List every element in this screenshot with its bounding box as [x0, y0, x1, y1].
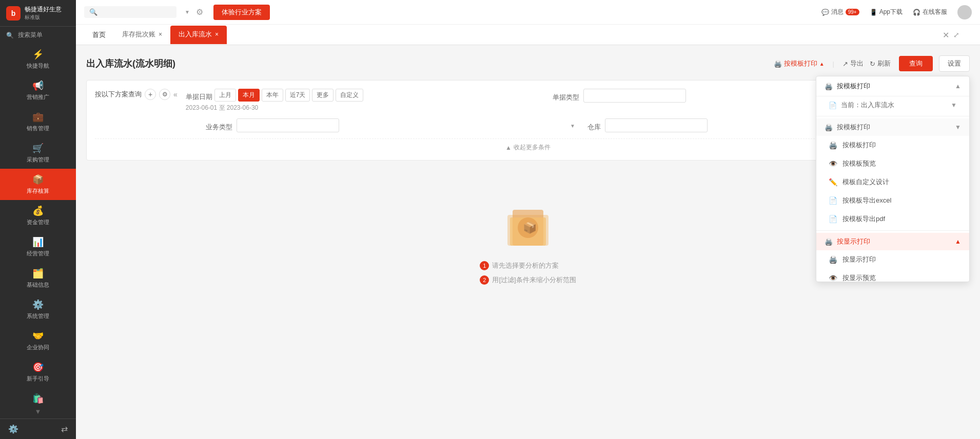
cooperation-label: 企业协同 — [27, 344, 49, 351]
print-button[interactable]: 🖨️ 按模板打印 ▲ — [774, 59, 825, 68]
setting-button[interactable]: 设置 — [939, 55, 970, 72]
sidebar-item-sales[interactable]: 💼 销售管理 — [0, 106, 76, 137]
dropdown-current-template[interactable]: 📄 当前：出入库流水 ▼ — [816, 96, 969, 114]
sidebar-item-inventory[interactable]: 📦 库存核算 — [0, 169, 76, 200]
sidebar-item-appstore[interactable]: 🛍️ 应用中心 — [0, 388, 76, 405]
operations-label: 经营管理 — [27, 250, 49, 257]
dropdown-item-template-preview[interactable]: 👁️ 按模板预览 — [816, 154, 969, 173]
sidebar-search[interactable]: 🔍 搜索菜单 — [0, 27, 76, 44]
dropdown-display-print-label: 按显示打印 — [837, 237, 870, 246]
sidebar-item-operations[interactable]: 📊 经营管理 — [0, 231, 76, 263]
topbar-right-area: 💬 消息 99+ 📱 App下载 🎧 在线客服 — [821, 5, 972, 19]
dropdown-item-template-excel[interactable]: 📄 按模板导出excel — [816, 191, 969, 210]
collapse-more-btn[interactable]: ▲ 收起更多条件 — [505, 143, 551, 152]
topbar-dropdown-chevron[interactable]: ▼ — [185, 9, 190, 15]
dropdown-header-chevron[interactable]: ▲ — [955, 83, 961, 90]
tab-home[interactable]: 首页 — [84, 26, 114, 44]
main-area: 🔍 ▼ ⚙ 体验行业方案 💬 消息 99+ 📱 App下载 🎧 在线客服 — [76, 0, 980, 439]
tab-home-label: 首页 — [92, 30, 106, 39]
sidebar-item-cooperation[interactable]: 🤝 企业协同 — [0, 325, 76, 356]
empty-step-2-label: 用[过滤]条件来缩小分析范围 — [492, 275, 576, 285]
dropdown-scroll-area: 🖨️ 按模板打印 ▲ 📄 当前：出入库流水 ▼ — [816, 76, 969, 282]
type-select[interactable] — [583, 89, 686, 103]
dropdown-current-icon: 📄 — [829, 102, 837, 109]
sidebar-item-guide[interactable]: 🎯 新手引导 — [0, 356, 76, 388]
export-button[interactable]: ↗ 导出 — [842, 59, 864, 68]
filter-setting-button[interactable]: ⚙ — [159, 89, 170, 100]
step-num-2: 2 — [480, 275, 489, 285]
dropdown-item-template-pdf[interactable]: 📄 按模板导出pdf — [816, 210, 969, 228]
quicknav-label: 快捷导航 — [27, 62, 49, 70]
print-chevron-up-icon: ▲ — [819, 61, 825, 67]
dropdown-item-display-print[interactable]: 🖨️ 按显示打印 — [816, 250, 969, 269]
date-btn-custom[interactable]: 自定义 — [336, 89, 363, 102]
industry-solution-button[interactable]: 体验行业方案 — [213, 5, 270, 20]
sidebar-item-finance[interactable]: 💰 资金管理 — [0, 200, 76, 231]
scroll-indicator[interactable]: ▼ — [0, 405, 76, 418]
settings-bottom-icon[interactable]: ⚙️ — [8, 424, 18, 434]
guide-label: 新手引导 — [27, 375, 49, 383]
tab-inout-flow[interactable]: 出入库流水 × — [170, 26, 227, 44]
service-icon: 🎧 — [913, 9, 920, 16]
dropdown-item-display-preview[interactable]: 👁️ 按显示预览 — [816, 269, 969, 282]
template-pdf-icon: 📄 — [829, 215, 837, 223]
print-btn-label: 按模板打印 — [784, 59, 817, 68]
sidebar-nav: ⚡ 快捷导航 📢 营销推广 💼 销售管理 🛒 采购管理 📦 库存核算 💰 资金管… — [0, 44, 76, 405]
warehouse-input[interactable] — [605, 118, 708, 132]
topbar-gear-icon[interactable]: ⚙ — [196, 7, 203, 17]
template-design-label: 模板自定义设计 — [842, 177, 889, 187]
tab-maximize-icon[interactable]: ⤢ — [953, 31, 959, 39]
display-preview-icon: 👁️ — [829, 274, 837, 282]
sidebar-bottom: ⚙️ ⇄ — [0, 418, 76, 439]
tab-inventory-batch-close[interactable]: × — [159, 31, 162, 38]
date-label: 单据日期 — [186, 89, 212, 102]
sidebar-item-marketing[interactable]: 📢 营销推广 — [0, 75, 76, 106]
logo-text: 畅捷通好生意 标准版 — [25, 5, 62, 21]
topbar-search-input[interactable] — [101, 9, 162, 16]
date-btn-current-month[interactable]: 本月 — [238, 89, 260, 102]
business-type-select-wrapper: ▼ — [237, 118, 579, 132]
message-icon: 💬 — [821, 9, 829, 16]
dropdown-divider-2 — [816, 230, 969, 231]
sidebar: b 畅捷通好生意 标准版 🔍 搜索菜单 ⚡ 快捷导航 📢 营销推广 💼 销售管理… — [0, 0, 76, 439]
date-btn-year[interactable]: 本年 — [262, 89, 283, 102]
topbar-search-box[interactable]: 🔍 — [84, 6, 177, 18]
dropdown-template-print-section[interactable]: 🖨️ 按模板打印 ▼ — [816, 118, 969, 136]
dropdown-item-template-print[interactable]: 🖨️ 按模板打印 — [816, 136, 969, 154]
page-header: 出入库流水(流水明细) 🖨️ 按模板打印 ▲ | ↗ 导出 ↻ 刷新 查询 — [86, 55, 970, 72]
date-btn-last-month[interactable]: 上月 — [214, 89, 236, 102]
template-excel-label: 按模板导出excel — [842, 196, 891, 205]
dropdown-template-chevron[interactable]: ▼ — [955, 124, 961, 131]
dropdown-current-label: 当前：出入库流水 — [841, 101, 894, 110]
sidebar-item-quicknav[interactable]: ⚡ 快捷导航 — [0, 44, 76, 75]
dropdown-display-print-section[interactable]: 🖨️ 按显示打印 ▲ — [816, 233, 969, 250]
dropdown-display-chevron[interactable]: ▲ — [955, 238, 961, 245]
query-button[interactable]: 查询 — [899, 56, 933, 71]
sidebar-item-purchase[interactable]: 🛒 采购管理 — [0, 137, 76, 169]
purchase-label: 采购管理 — [27, 156, 49, 164]
date-btn-7days[interactable]: 近7天 — [285, 89, 310, 102]
sidebar-item-basic[interactable]: 🗂️ 基础信息 — [0, 263, 76, 294]
tab-inout-flow-close[interactable]: × — [215, 31, 219, 38]
refresh-button[interactable]: ↻ 刷新 — [870, 59, 891, 68]
user-avatar[interactable] — [957, 5, 972, 19]
dropdown-display-print-icon: 🖨️ — [825, 238, 833, 246]
sales-label: 销售管理 — [27, 125, 49, 132]
business-type-select[interactable] — [237, 118, 339, 132]
display-print-label: 按显示打印 — [842, 255, 876, 264]
filter-collapse-button[interactable]: « — [173, 90, 178, 98]
online-service-item[interactable]: 🎧 在线客服 — [913, 8, 947, 16]
dropdown-current-chevron[interactable]: ▼ — [951, 102, 957, 109]
filter-add-button[interactable]: + — [145, 89, 156, 100]
tab-inventory-batch[interactable]: 库存批次账 × — [114, 26, 170, 44]
sidebar-item-system[interactable]: ⚙️ 系统管理 — [0, 294, 76, 325]
marketing-label: 营销推广 — [27, 93, 49, 101]
dropdown-item-template-design[interactable]: ✏️ 模板自定义设计 — [816, 173, 969, 191]
message-item[interactable]: 💬 消息 99+ — [821, 8, 859, 16]
app-download-item[interactable]: 📱 App下载 — [870, 8, 903, 16]
tab-close-window-icon[interactable]: ✕ — [943, 30, 949, 40]
date-btn-more[interactable]: 更多 — [312, 89, 334, 102]
sidebar-collapse-icon[interactable]: ⇄ — [61, 424, 68, 434]
dropdown-header: 🖨️ 按模板打印 ▲ — [816, 76, 969, 96]
template-excel-icon: 📄 — [829, 196, 837, 205]
